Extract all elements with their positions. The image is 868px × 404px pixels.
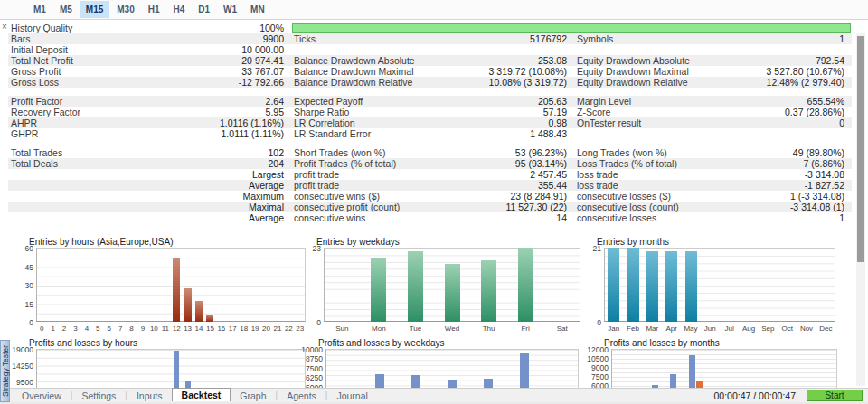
report-tab-overview[interactable]: Overview: [13, 389, 71, 402]
stat-label: Z-Score: [577, 107, 610, 117]
stat-value: 3 319.72 (10.08%): [489, 66, 567, 77]
timeframe-tab-h4[interactable]: H4: [167, 1, 192, 18]
stat-cell: Gross Profit33 767.07: [8, 66, 291, 77]
x-axis-tick: 1: [47, 324, 58, 333]
close-icon[interactable]: ×: [2, 23, 7, 31]
timeframe-tab-h1[interactable]: H1: [142, 1, 166, 18]
x-axis-tick: Sun: [324, 324, 361, 333]
stat-row: Averageprofit trade355.44loss trade-1 82…: [8, 180, 852, 191]
stat-row: Total Trades102Short Trades (won %)53 (9…: [8, 147, 852, 158]
timeframe-tab-m15[interactable]: M15: [80, 1, 109, 18]
stat-cell: Total Net Profit20 974.41: [8, 55, 291, 66]
report-tab-settings[interactable]: Settings: [72, 389, 125, 402]
stat-cell: History Quality100%: [8, 23, 291, 33]
y-axis-tick: 0: [571, 318, 601, 327]
stat-cell: Balance Drawdown Absolute253.08: [291, 55, 574, 66]
x-axis-tick: Aug: [739, 324, 758, 333]
timeframe-tab-w1[interactable]: W1: [217, 1, 243, 18]
history-quality-progress-bar: [292, 23, 851, 33]
stats-block-gap: [8, 88, 852, 96]
report-tab-graph[interactable]: Graph: [231, 389, 275, 402]
timeframe-tab-d1[interactable]: D1: [192, 1, 216, 18]
report-tab-inputs[interactable]: Inputs: [127, 389, 172, 402]
chart-title: Profits and losses by weekdays: [318, 338, 445, 348]
x-axis-tick: Mar: [643, 324, 662, 333]
x-axis-tick: 16: [216, 324, 227, 333]
report-tab-agents[interactable]: Agents: [278, 389, 326, 402]
start-button[interactable]: Start: [807, 390, 863, 401]
stat-value: 1: [839, 212, 844, 223]
stat-value: 1.0116 (1.16%): [220, 117, 284, 128]
stat-value: 49 (89.80%): [793, 147, 844, 158]
x-axis-tick: 0: [36, 324, 47, 333]
chart-bar-entries: [371, 258, 386, 322]
stat-cell: Largest: [8, 169, 291, 180]
strategy-tester-label: Strategy Tester: [1, 345, 10, 397]
chart-bar-profit: [185, 381, 191, 388]
vertical-scrollbar[interactable]: [856, 33, 865, 386]
timeframe-tab-mn[interactable]: MN: [244, 1, 271, 18]
stat-cell: consecutive loss (count)-3 314.08 (1): [574, 202, 852, 212]
stat-cell: Sharpe Ratio57.19: [291, 107, 574, 117]
stat-row: Profit Factor2.64Expected Payoff205.63Ma…: [8, 96, 852, 107]
stat-value: 0: [839, 117, 844, 128]
y-axis-tick: 0: [290, 318, 321, 327]
stat-value: 2.64: [266, 96, 284, 107]
timeframe-tab-m5[interactable]: M5: [53, 1, 79, 18]
x-axis-tick: 12: [171, 324, 182, 333]
stat-label: Loss Trades (% of total): [577, 158, 677, 169]
stat-cell: Balance Drawdown Maximal3 319.72 (10.08%…: [291, 66, 574, 77]
x-axis-tick: 19: [250, 324, 260, 333]
stat-cell: Margin Level655.54%: [574, 96, 852, 107]
x-axis-tick: Jan: [604, 324, 623, 333]
stat-cell: loss trade-3 314.08: [574, 169, 852, 180]
report-tab-journal[interactable]: Journal: [327, 389, 376, 402]
entries-charts-row: Entries by hours (Asia,Europe,USA)604530…: [0, 237, 852, 338]
stats-block-gap: [8, 139, 852, 147]
y-axis-tick: 9000: [578, 363, 609, 372]
stat-label: Long Trades (won %): [577, 147, 667, 158]
y-axis-tick: 10500: [578, 354, 609, 363]
scrollbar-thumb[interactable]: [857, 36, 864, 262]
stat-cell: Symbols1: [574, 33, 852, 44]
chart-profits-losses-by-weekdays: Profits and losses by weekdays1000087507…: [315, 338, 586, 388]
x-axis-tick: Jun: [701, 324, 720, 333]
stat-cell: LR Correlation0.98: [291, 117, 574, 128]
x-axis-tick: Tue: [397, 324, 434, 333]
chart-entries-by-months: Entries by months210JanFebMarAprMayJunJu…: [591, 237, 841, 338]
chart-bar-entries: [646, 251, 658, 322]
elapsed-time: 00:00:47 / 00:00:47: [714, 390, 797, 401]
timeframe-tab-m30[interactable]: M30: [110, 1, 140, 18]
chart-bar-entries: [518, 248, 533, 322]
x-axis-tick: Mon: [361, 324, 398, 333]
stat-label: LR Correlation: [294, 117, 355, 128]
x-axis-tick: Dec: [816, 324, 835, 333]
stat-row: GHPR1.0111 (1.11%)LR Standard Error1 488…: [8, 128, 852, 139]
x-axis-tick: 6: [104, 324, 115, 333]
y-axis-tick: 12000: [578, 345, 609, 354]
stat-label: consecutive losses ($): [577, 191, 671, 202]
report-tab-backtest[interactable]: Backtest: [172, 388, 231, 401]
stat-row: AHPR1.0116 (1.16%)LR Correlation0.98OnTe…: [8, 117, 852, 128]
stat-cell: Expected Payoff205.63: [291, 96, 574, 107]
stat-cell: Maximal: [8, 202, 291, 212]
x-axis-tick: Wed: [434, 324, 471, 333]
stat-value: 9900: [263, 33, 284, 44]
y-axis-tick: 23: [290, 244, 321, 253]
chart-bar-profit: [375, 374, 384, 388]
chart-bar-entries: [195, 301, 203, 322]
timeframe-tabs: M1M5M15M30H1H4D1W1MN: [27, 1, 272, 18]
stat-value: Average: [249, 180, 284, 191]
stat-cell: Equity Drawdown Relative12.48% (2 979.40…: [574, 77, 852, 88]
strategy-tester-vertical-tab[interactable]: Strategy Tester: [0, 340, 10, 402]
stat-value: 792.54: [816, 55, 844, 66]
stat-cell: Gross Loss-12 792.66: [8, 77, 291, 88]
stat-cell: Loss Trades (% of total)7 (6.86%): [574, 158, 852, 169]
timeframe-tab-m1[interactable]: M1: [27, 1, 52, 18]
x-axis-tick: 7: [115, 324, 126, 333]
y-axis-tick: 8750: [292, 354, 323, 363]
chart-bar-profit: [484, 379, 493, 388]
stat-cell: Total Trades102: [8, 147, 291, 158]
stat-label: Margin Level: [577, 96, 631, 107]
stat-label: AHPR: [11, 117, 37, 128]
